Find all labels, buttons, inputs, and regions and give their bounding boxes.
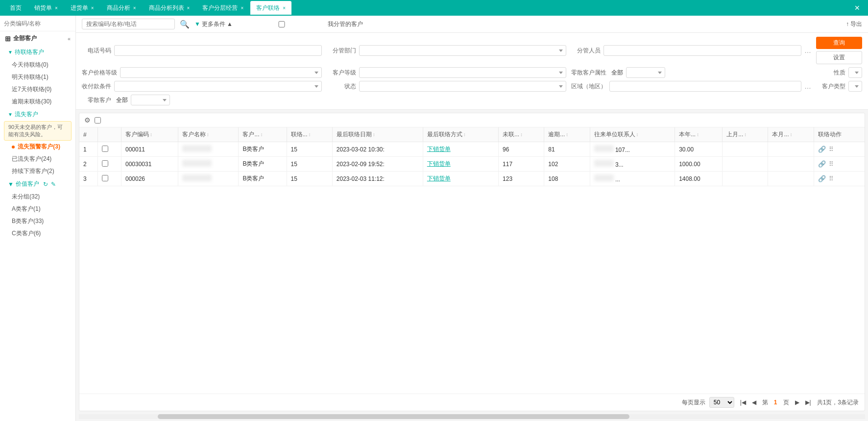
my-customers-checkbox[interactable] [238,21,326,27]
cell-contact-count: 15 [287,172,332,186]
cell-action[interactable]: 🔗 ⠿ [814,142,865,157]
tab-purchase-order-close[interactable]: × [91,5,94,11]
region-input[interactable] [609,81,801,92]
col-customer-type[interactable]: 客户...↕ [239,127,287,142]
more-actions-icon[interactable]: ⠿ [829,146,834,153]
tab-sales-order-close[interactable]: × [55,5,58,11]
zero-attr-select[interactable] [626,67,665,78]
person-dots[interactable]: … [804,47,811,54]
col-this-month[interactable]: 本月...↕ [768,127,814,142]
setting-button[interactable]: 设置 [816,51,862,64]
cell-last-contact-method[interactable]: 下销货单 [423,172,498,186]
cell-checkbox[interactable] [97,157,121,172]
customer-level-select[interactable] [359,67,567,78]
link-icon[interactable]: 🔗 [818,175,826,182]
col-overdue[interactable]: 逾期...↕ [544,127,590,142]
sidebar-item-class-c[interactable]: C类客户(6) [0,227,75,240]
last-page-btn[interactable]: ▶| [803,398,813,407]
sidebar-item-today-pending[interactable]: 今天待联络(0) [0,59,75,71]
col-not-contact[interactable]: 未联...↕ [499,127,544,142]
tab-product-analysis-close[interactable]: × [133,5,136,11]
table-settings-icon[interactable]: ⚙ [84,116,91,124]
phone-input[interactable] [114,45,322,56]
cell-name [178,157,239,172]
lost-section-header[interactable]: ▼ 流失客户 [0,108,75,121]
link-icon[interactable]: 🔗 [818,146,826,153]
next-page-btn[interactable]: ▶ [793,398,801,407]
class-a-label: A类客户(1) [12,205,41,212]
scrollbar-thumb[interactable] [158,414,629,419]
tab-product-analysis[interactable]: 商品分析 × [101,1,142,15]
tab-sales-order[interactable]: 销货单 × [28,1,64,15]
cell-action[interactable]: 🔗 ⠿ [814,157,865,172]
value-section-header[interactable]: ▼ 价值客户 ↻ ✎ [0,177,75,191]
col-code[interactable]: 客户编码↕ [121,127,178,142]
tab-product-analysis-list-close[interactable]: × [187,5,190,11]
pending-section-header[interactable]: ▼ 待联络客户 [0,46,75,59]
col-contact-count[interactable]: 联络...↕ [287,127,332,142]
select-all-checkbox[interactable] [95,117,101,124]
my-customers-checkbox-container[interactable]: 我分管的客户 [238,20,363,28]
edit-icon[interactable]: ✎ [51,181,56,188]
col-contact-person[interactable]: 往来单位联系人↕ [590,127,675,142]
payment-select[interactable] [114,81,322,92]
tab-purchase-order[interactable]: 进货单 × [65,1,100,15]
horizontal-scrollbar[interactable] [79,414,865,419]
search-input[interactable] [82,19,175,29]
col-name[interactable]: 客户名称↕ [178,127,239,142]
cell-checkbox[interactable] [97,172,121,186]
prev-page-btn[interactable]: ◀ [750,398,758,407]
cell-last-contact-method[interactable]: 下销货单 [423,142,498,157]
customer-type-select[interactable] [848,81,862,92]
export-btn[interactable]: ↑ 导出 [846,20,862,28]
region-dots[interactable]: … [804,82,811,90]
refresh-icon[interactable]: ↻ [43,181,48,188]
sidebar-item-lost-warning[interactable]: 流失预警客户(3) [0,141,75,153]
sidebar-item-lost-already[interactable]: 已流失客户(24) [0,153,75,165]
sidebar-item-ungrouped[interactable]: 未分组(32) [0,191,75,203]
tab-customer-contact[interactable]: 客户联络 × [250,1,291,15]
gender-select[interactable] [848,67,862,78]
tab-product-analysis-list-label: 商品分析列表 [149,4,184,12]
cell-action[interactable]: 🔗 ⠿ [814,172,865,186]
per-page-select[interactable]: 50 100 200 [709,397,734,408]
status-select[interactable] [359,81,567,92]
home-tab[interactable]: 首页 [4,1,27,15]
tab-customer-tier[interactable]: 客户分层经营 × [196,1,249,15]
sidebar-item-7days-pending[interactable]: 近7天待联络(0) [0,83,75,96]
all-customers-header[interactable]: ⊞ 全部客户 « [0,31,75,46]
sidebar-item-class-a[interactable]: A类客户(1) [0,203,75,215]
first-page-btn[interactable]: |◀ [738,398,748,407]
status-label: 状态 [327,82,356,91]
person-input[interactable] [603,45,801,56]
price-level-select[interactable] [120,67,322,78]
cell-checkbox[interactable] [97,142,121,157]
total-label: 共1页，3条记录 [817,398,859,407]
col-last-contact-method[interactable]: 最后联络方式↕ [423,127,498,142]
col-last-month[interactable]: 上月...↕ [723,127,768,142]
tab-customer-tier-close[interactable]: × [241,5,243,11]
tab-customer-contact-close[interactable]: × [283,5,286,11]
col-last-contact-date[interactable]: 最后联络日期↕ [332,127,423,142]
collapse-icon: « [68,36,71,42]
window-close-button[interactable]: ✕ [850,4,864,12]
tab-product-analysis-list[interactable]: 商品分析列表 × [143,1,196,15]
sidebar-item-class-b[interactable]: B类客户(33) [0,215,75,227]
sidebar-search-input[interactable] [4,20,76,27]
main-layout: 🔍 ⊞ 全部客户 « ▼ 待联络客户 今天待联络(0) 明天待联络(1) 近7天… [0,16,868,421]
sidebar-item-declining[interactable]: 持续下滑客户(2) [0,165,75,177]
more-conditions-btn[interactable]: ▼ 更多条件 ▲ [194,20,233,28]
lost-section-label: 流失客户 [15,110,38,119]
more-actions-icon[interactable]: ⠿ [829,160,834,168]
query-button[interactable]: 查询 [816,37,862,49]
zero-customer-select[interactable] [131,95,170,105]
sidebar-item-tomorrow-pending[interactable]: 明天待联络(1) [0,71,75,83]
link-icon[interactable]: 🔗 [818,160,826,168]
filter-price-level-row: 客户价格等级 [82,67,322,78]
cell-last-contact-method[interactable]: 下销货单 [423,157,498,172]
sidebar-item-overdue-pending[interactable]: 逾期未联络(30) [0,96,75,108]
col-annual[interactable]: 本年...↕ [675,127,723,142]
more-actions-icon[interactable]: ⠿ [829,175,834,182]
dept-select[interactable] [359,45,567,56]
search-btn-icon[interactable]: 🔍 [180,20,190,29]
